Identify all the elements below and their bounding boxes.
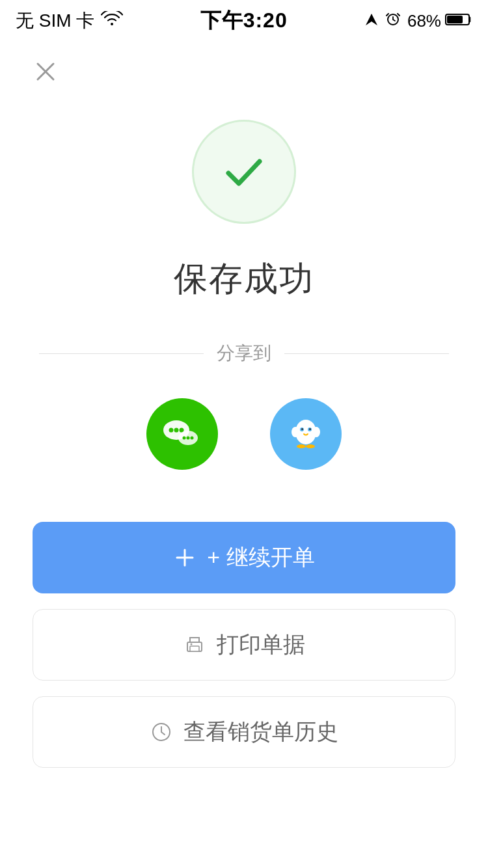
svg-rect-3	[447, 16, 463, 23]
history-label: 查看销货单历史	[183, 717, 338, 747]
svg-point-28	[191, 644, 193, 645]
svg-point-7	[169, 428, 174, 433]
svg-point-8	[174, 428, 179, 433]
svg-point-18	[301, 428, 303, 430]
svg-point-9	[180, 428, 184, 433]
svg-point-22	[297, 444, 306, 448]
svg-rect-27	[190, 646, 199, 651]
location-icon	[364, 11, 379, 31]
carrier-text: 无 SIM 卡	[16, 8, 94, 33]
alarm-icon	[385, 11, 401, 31]
svg-point-23	[306, 444, 315, 448]
svg-marker-0	[366, 14, 377, 25]
print-button[interactable]: 打印单据	[33, 609, 455, 681]
battery-container: 68%	[407, 11, 472, 31]
history-button[interactable]: 查看销货单历史	[33, 696, 455, 768]
svg-point-12	[187, 437, 190, 440]
svg-point-13	[191, 437, 194, 440]
close-button[interactable]	[26, 52, 65, 91]
qq-logo	[284, 413, 327, 455]
share-row	[146, 398, 342, 470]
wechat-logo	[161, 416, 204, 452]
divider-line-right	[284, 353, 449, 354]
svg-point-15	[298, 421, 314, 441]
checkmark-icon	[218, 146, 270, 198]
status-left: 无 SIM 卡	[16, 8, 123, 33]
share-wechat-button[interactable]	[146, 398, 218, 470]
svg-point-11	[183, 437, 186, 440]
svg-point-21	[312, 427, 320, 437]
success-title: 保存成功	[174, 256, 314, 302]
clock-icon	[150, 720, 173, 744]
success-icon-circle	[192, 120, 296, 224]
battery-text: 68%	[407, 11, 441, 31]
plus-icon	[173, 546, 197, 569]
svg-point-20	[291, 427, 299, 437]
divider-line-left	[39, 353, 204, 354]
battery-icon	[445, 11, 472, 31]
status-right: 68%	[364, 11, 472, 31]
share-label: 分享到	[204, 341, 284, 366]
continue-label: + 继续开单	[207, 543, 314, 573]
status-bar: 无 SIM 卡 下午3:20	[0, 0, 488, 42]
print-label: 打印单据	[217, 630, 305, 660]
share-qq-button[interactable]	[270, 398, 342, 470]
actions-container: + 继续开单 打印单据 查看销货单历史	[0, 522, 488, 768]
share-divider: 分享到	[0, 341, 488, 366]
wifi-icon	[101, 10, 123, 31]
continue-button[interactable]: + 继续开单	[33, 522, 455, 593]
status-time: 下午3:20	[200, 7, 288, 35]
print-icon	[183, 633, 206, 657]
svg-point-19	[309, 428, 311, 430]
main-content: 保存成功 分享到	[0, 42, 488, 768]
